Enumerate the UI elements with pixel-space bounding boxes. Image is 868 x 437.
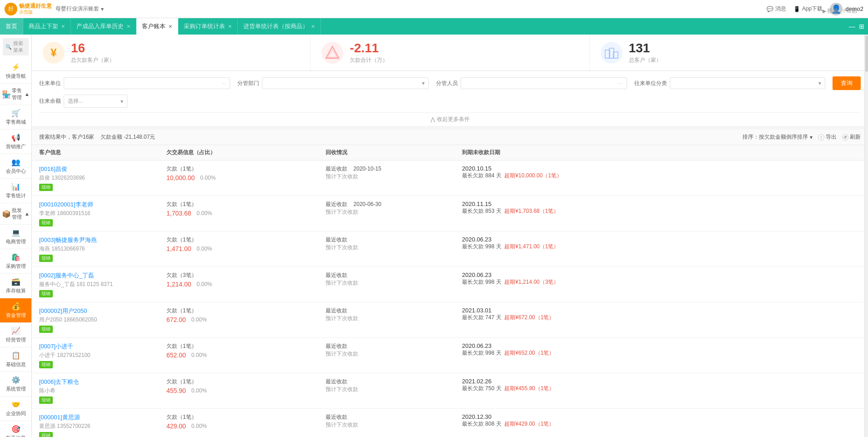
overdue-link-2[interactable]: 超期¥1,703.68（1笔） [504,208,559,214]
sidebar-item-operations[interactable]: 📈 经营管理 [0,323,31,347]
recover-next-5: 预计下次收款 [326,315,458,322]
sidebar-item-member-center[interactable]: 👥 会员中心 [0,154,31,179]
debt-amount-2[interactable]: 1,703.68 [166,210,191,217]
sidebar-item-retail-stats[interactable]: 📊 零售统计 [0,179,31,203]
filter-select-dept[interactable]: ▾ [262,77,428,89]
sidebar-item-inventory[interactable]: 🗃️ 库存核算 [0,274,31,298]
sidebar-item-ecommerce[interactable]: 💻 电商管理 [0,225,31,249]
overdue-link-7[interactable]: 超期¥455.90（1笔） [504,385,554,392]
sidebar-item-purchase[interactable]: 🛍️ 采购管理 [0,249,31,274]
debt-amount-7[interactable]: 455.90 [166,387,186,394]
overdue-link-4[interactable]: 超期¥1,214.00（3笔） [504,279,559,285]
sort-select[interactable]: 排序：按欠款金额倒序排序 ▾ [743,133,813,141]
scrollbar-thumb[interactable] [865,35,868,72]
customer-name-4[interactable]: [0002]服务中心_丁磊 [39,271,163,280]
maximize-icon[interactable]: ⊞ [858,22,865,31]
sidebar-item-quick-nav[interactable]: ⚡ 快捷导航 [0,59,31,84]
tab-stock-history-close[interactable]: ✕ [126,24,130,30]
customer-name-1[interactable]: [0016]昌俊 [39,165,163,173]
inventory-label: 库存核算 [6,287,26,294]
sidebar-item-finance[interactable]: 💰 资金管理 [0,298,31,323]
cell-customer-3: [0003]畅捷服务尹海燕 海燕 18513066976 现销 [39,236,166,262]
debt-amount-3[interactable]: 1,471.00 [166,245,191,252]
retail-stats-label: 零售统计 [6,192,26,199]
customer-phone-5: 用户2050 18665062050 [39,316,163,324]
filter-item-person: 分管人员 ··· [436,77,627,89]
search-button[interactable]: 查询 [833,76,861,90]
card-label-customers: 总欠款客户（家） [71,56,115,64]
result-text: 搜索结果中，客户16家 [39,134,94,140]
system-label: 系统管理 [6,386,26,392]
overdue-link-6[interactable]: 超期¥652.00（1笔） [504,350,554,356]
customer-name-8[interactable]: [000001]黄思源 [39,413,163,422]
tab-stock-stats-close[interactable]: ✕ [311,24,315,30]
sidebar-item-retail-mgmt[interactable]: 🏪 零售管理 ▲ [0,84,31,105]
customer-name-3[interactable]: [0003]畅捷服务尹海燕 [39,236,163,244]
tab-customer-account[interactable]: 客户账本 ✕ [136,18,178,35]
filter-input-party[interactable]: ··· [64,77,230,89]
tab-customer-account-close[interactable]: ✕ [168,24,172,30]
overdue-link-3[interactable]: 超期¥1,471.00（1笔） [504,243,559,250]
filter-input-person[interactable]: ··· [461,77,627,89]
company-selector[interactable]: 母婴行业演示账套 ▾ [55,5,104,13]
overdue-day-4: 最长欠款 998 天 超期¥1,214.00（3笔） [462,278,857,286]
sidebar-item-collab[interactable]: 🤝 企业协同 [0,397,31,421]
customer-name-2[interactable]: [0001020001]李老师 [39,201,163,209]
sidebar-item-wholesale[interactable]: 📦 批发管理 ▲ [0,203,31,225]
customer-phone-6: 小进千 18279152100 [39,352,163,359]
overdue-link-5[interactable]: 超期¥672.00（1笔） [504,314,554,321]
card-info-customers: 16 总欠款客户（家） [71,41,115,64]
cell-customer-4: [0002]服务中心_丁磊 服务中心_丁磊 181 0125 8371 现销 [39,271,166,297]
finance-icon: 💰 [11,302,20,311]
filter-select-category[interactable]: ▾ [670,77,825,89]
app-download-btn[interactable]: 📱 App下载 [793,5,823,13]
tab-home[interactable]: 首页 [0,18,23,35]
tab-product-listing-label: 商品上下架 [29,22,58,30]
debt-amount-1[interactable]: 10,000.00 [166,174,195,181]
message-label: 消息 [775,5,786,13]
overdue-date-4: 2020.06.23 [462,271,857,278]
sidebar-item-basic-info[interactable]: 📋 基础信息 [0,347,31,372]
cell-recover-1: 最近收款 2020-10-15 预计下次收款 [326,165,462,181]
debt-amount-8[interactable]: 429.00 [166,422,186,430]
customer-name-6[interactable]: [0007]小进千 [39,342,163,351]
message-btn[interactable]: 💬 消息 [767,5,786,13]
wholesale-arrow: ▲ [25,211,30,216]
cell-recover-8: 最近收款 预计下次收款 [326,413,462,429]
customer-name-5[interactable]: [000002]用户2050 [39,307,163,315]
refresh-btn[interactable]: ↺ 刷新 [842,133,861,141]
debt-info-3: 欠款（1笔） [166,236,322,244]
export-label: 导出 [826,133,837,141]
overdue-link-8[interactable]: 超期¥429.00（1笔） [504,421,554,427]
sidebar-item-system[interactable]: ⚙️ 系统管理 [0,372,31,397]
summary-card-total: 131 总客户（家） ▶ 视频 ? 帮助 [590,35,868,70]
customer-name-7[interactable]: [0006]去下粮仓 [39,378,163,386]
tab-stock-history[interactable]: 产成品入库单历史 ✕ [71,18,136,35]
debt-amount-5[interactable]: 672.00 [166,316,186,323]
cell-debt-7: 欠款（1笔） 455.90 0.00% [166,378,326,394]
tab-stock-stats[interactable]: 进货单统计表（按商品） ✕ [238,18,321,35]
tab-purchase-stats-close[interactable]: ✕ [228,24,232,30]
sort-label: 排序：按欠款金额倒序排序 [743,133,808,141]
filter-label-balance: 往来余额 [39,97,61,105]
card-info-debt: -2.11 欠款合计（万） [350,41,388,64]
sidebar-item-guide[interactable]: 🎯 新手引导 [0,421,31,437]
search-menu-box[interactable]: 🔍 搜索菜单 [3,38,29,55]
debt-amount-6[interactable]: 652.00 [166,352,186,359]
tab-purchase-stats[interactable]: 采购订单统计表 ✕ [178,18,238,35]
tab-product-listing[interactable]: 商品上下架 ✕ [23,18,71,35]
filter-select-balance[interactable]: 选择... ▾ [64,95,127,108]
export-btn[interactable]: ↑ 导出 [818,133,837,141]
card-icon-total [601,42,622,64]
overdue-link-1[interactable]: 超期¥10,000.00（1笔） [504,172,562,179]
cell-recover-6: 最近收款 预计下次收款 [326,342,462,358]
sidebar-item-marketing[interactable]: 📢 营销推广 [0,130,31,154]
collapse-row[interactable]: ⋀ 收起更多条件 [39,112,861,126]
minimize-icon[interactable]: — [848,22,856,31]
sidebar-item-retail-mall[interactable]: 🛒 零售商城 [0,105,31,130]
debt-amount-4[interactable]: 1,214.00 [166,281,191,288]
overdue-date-5: 2021.03.01 [462,307,857,314]
tab-product-listing-close[interactable]: ✕ [61,24,65,30]
overdue-day-5: 最长欠款 747 天 超期¥672.00（1笔） [462,314,857,321]
cell-customer-8: [000001]黄思源 黄思源 13552700226 现销 [39,413,166,437]
